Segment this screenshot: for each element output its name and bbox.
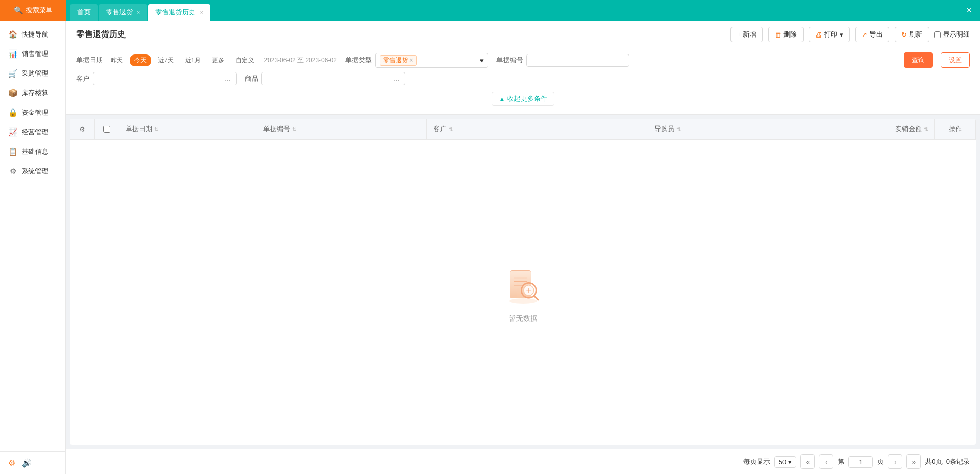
print-button-label: 打印 [824, 30, 838, 39]
docno-input[interactable] [526, 54, 629, 67]
delete-button[interactable]: 🗑 删除 [768, 27, 804, 42]
toolbar: + 新增 🗑 删除 🖨 打印 ▾ ↗ 导出 [730, 27, 970, 42]
guide-sort-icon[interactable]: ⇅ [676, 126, 681, 132]
docno-filter-label: 单据编号 [496, 56, 523, 65]
collapse-filter-button[interactable]: ▲ 收起更多条件 [492, 92, 554, 106]
sidebar-item-finance[interactable]: 🔒 资金管理 [0, 103, 65, 122]
export-button[interactable]: ↗ 导出 [855, 27, 889, 42]
sidebar-item-system-label: 系统管理 [22, 167, 48, 176]
sidebar-item-operations[interactable]: 📈 经营管理 [0, 122, 65, 142]
th-no-label: 单据编号 [263, 124, 290, 134]
date-btn-more[interactable]: 更多 [207, 54, 229, 66]
no-sort-icon[interactable]: ⇅ [292, 126, 296, 132]
column-setting-icon[interactable]: ⚙ [79, 125, 85, 133]
system-icon: ⚙ [8, 167, 17, 176]
page-unit: 页 [877, 457, 884, 466]
delete-icon: 🗑 [775, 31, 781, 39]
th-date-label: 单据日期 [126, 124, 152, 134]
main-layout: 🏠 快捷导航 📊 销售管理 🛒 采购管理 📦 库存核算 🔒 资金管理 📈 [0, 21, 980, 474]
query-button[interactable]: 查询 [904, 52, 933, 68]
sidebar-item-finance-label: 资金管理 [22, 108, 48, 117]
setting-button-label: 设置 [949, 56, 962, 65]
purchase-icon: 🛒 [8, 69, 17, 78]
customer-input[interactable] [98, 75, 224, 83]
tab-home-label: 首页 [77, 8, 91, 17]
page-size-select[interactable]: 50 ▾ [774, 456, 796, 468]
new-button[interactable]: + 新增 [730, 27, 763, 42]
select-all-checkbox[interactable] [103, 126, 110, 133]
date-button-group: 昨天 今天 近7天 近1月 更多 自定义 [106, 54, 259, 66]
close-tab-retail-return[interactable]: × [137, 9, 140, 15]
refresh-button[interactable]: ↻ 刷新 [895, 27, 929, 42]
last-page-button[interactable]: » [906, 454, 921, 469]
date-btn-yesterday[interactable]: 昨天 [106, 54, 128, 66]
goods-input[interactable] [267, 75, 393, 83]
sidebar-item-basic-info-label: 基础信息 [22, 147, 48, 156]
collapse-up-icon: ▲ [498, 95, 505, 103]
refresh-button-label: 刷新 [909, 30, 922, 39]
print-chevron-icon: ▾ [840, 31, 843, 39]
tab-retail-return-label: 零售退货 [106, 8, 133, 17]
sidebar-item-quicknav[interactable]: 🏠 快捷导航 [0, 25, 65, 44]
tab-retail-return-history[interactable]: 零售退货历史 × [148, 4, 210, 21]
th-setting[interactable]: ⚙ [70, 119, 95, 139]
sidebar-item-inventory[interactable]: 📦 库存核算 [0, 83, 65, 103]
top-bar: 🔍 搜索菜单 首页 零售退货 × 零售退货历史 × × [0, 0, 980, 21]
type-tag-close[interactable]: × [409, 57, 413, 64]
date-btn-today[interactable]: 今天 [130, 54, 151, 66]
date-btn-1month[interactable]: 近1月 [181, 54, 206, 66]
th-check [95, 119, 119, 139]
prev-page-button[interactable]: ‹ [819, 454, 833, 469]
setting-button[interactable]: 设置 [941, 52, 970, 68]
close-tab-retail-return-history[interactable]: × [200, 9, 203, 15]
search-area[interactable]: 🔍 搜索菜单 [0, 0, 66, 21]
page-size-label: 每页显示 [743, 457, 770, 466]
sidebar-item-sales[interactable]: 📊 销售管理 [0, 44, 65, 64]
print-button[interactable]: 🖨 打印 ▾ [809, 27, 850, 42]
inventory-icon: 📦 [8, 88, 17, 98]
sound-icon[interactable]: 🔊 [22, 458, 32, 468]
th-amount[interactable]: 实销金额 ⇅ [817, 119, 935, 139]
sidebar-item-system[interactable]: ⚙ 系统管理 [0, 161, 65, 181]
table-container: ⚙ 单据日期 ⇅ 单据编号 ⇅ 客户 ⇅ 导购员 [70, 119, 976, 445]
filter-date-item: 单据日期 昨天 今天 近7天 近1月 更多 自定义 2023-06-02 至 2… [76, 54, 337, 66]
goods-more-icon[interactable]: ... [393, 74, 400, 83]
customer-filter-label: 客户 [76, 74, 90, 83]
sidebar-item-purchase-label: 采购管理 [22, 69, 48, 78]
first-page-button[interactable]: « [800, 454, 815, 469]
filter-customer-item: 客户 ... [76, 72, 237, 85]
svg-line-8 [533, 295, 538, 299]
date-btn-7days[interactable]: 近7天 [153, 54, 179, 66]
sidebar-item-purchase[interactable]: 🛒 采购管理 [0, 64, 65, 83]
tab-home[interactable]: 首页 [70, 4, 98, 21]
amount-sort-icon[interactable]: ⇅ [924, 126, 928, 132]
search-label: 搜索菜单 [26, 6, 52, 15]
type-select[interactable]: 零售退货 × ▾ [375, 53, 488, 68]
content: 零售退货历史 + 新增 🗑 删除 🖨 打印 ▾ ↗ [66, 21, 980, 474]
filter-type-item: 单据类型 零售退货 × ▾ [345, 53, 488, 68]
date-sort-icon[interactable]: ⇅ [154, 126, 158, 132]
customer-sort-icon[interactable]: ⇅ [449, 126, 453, 132]
th-date[interactable]: 单据日期 ⇅ [119, 119, 257, 139]
delete-button-label: 删除 [783, 30, 797, 39]
settings-icon[interactable]: ⚙ [8, 458, 15, 468]
current-page-input[interactable] [848, 456, 873, 468]
sidebar-menu: 🏠 快捷导航 📊 销售管理 🛒 采购管理 📦 库存核算 🔒 资金管理 📈 [0, 21, 65, 451]
next-page-button[interactable]: › [888, 454, 902, 469]
th-guide[interactable]: 导购员 ⇅ [648, 119, 817, 139]
customer-more-icon[interactable]: ... [224, 74, 231, 83]
sidebar-bottom: ⚙ 🔊 [0, 451, 65, 474]
th-no[interactable]: 单据编号 ⇅ [257, 119, 426, 139]
show-detail-checkbox[interactable] [934, 31, 941, 38]
new-button-label: + 新增 [737, 30, 756, 39]
sidebar-item-basic-info[interactable]: 📋 基础信息 [0, 142, 65, 161]
close-window-button[interactable]: × [966, 5, 972, 16]
sidebar-item-inventory-label: 库存核算 [22, 88, 48, 98]
sidebar: 🏠 快捷导航 📊 销售管理 🛒 采购管理 📦 库存核算 🔒 资金管理 📈 [0, 21, 66, 474]
tab-retail-return[interactable]: 零售退货 × [99, 4, 147, 21]
table-body: 暂无数据 [70, 140, 976, 445]
date-btn-custom[interactable]: 自定义 [231, 54, 259, 66]
svg-point-0 [509, 298, 537, 304]
th-customer[interactable]: 客户 ⇅ [427, 119, 649, 139]
empty-state: 暂无数据 [500, 262, 546, 323]
